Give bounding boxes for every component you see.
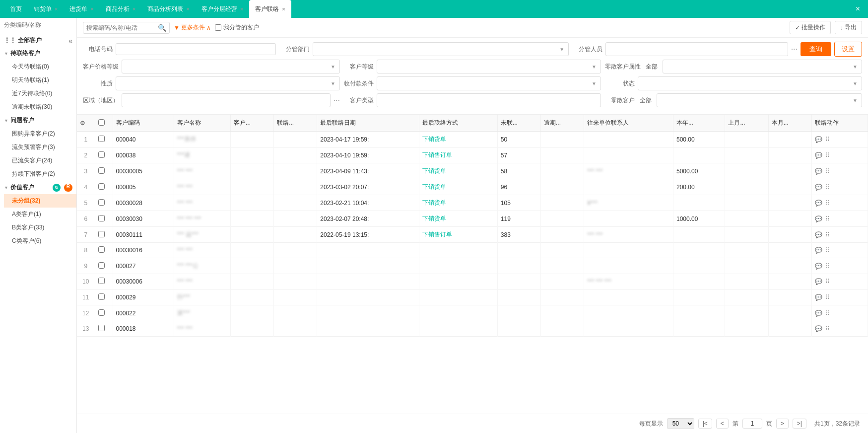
customer-name[interactable]: *** *** <box>174 163 230 179</box>
row-select-checkbox[interactable] <box>98 309 105 316</box>
row-select-checkbox[interactable] <box>98 325 105 331</box>
payment-select[interactable]: ▼ <box>377 76 601 90</box>
more-action-icon[interactable]: ⠿ <box>825 231 830 238</box>
customer-name[interactable]: *** ***公 <box>174 258 230 274</box>
sidebar-item-c-class[interactable]: C类客户(6) <box>4 234 76 248</box>
sidebar-item-ungrouped[interactable]: 未分组(32) <box>4 194 76 208</box>
export-btn[interactable]: ↓ 导出 <box>835 21 862 34</box>
search-icon[interactable]: 🔍 <box>158 24 166 32</box>
close-window-icon[interactable]: × <box>852 4 864 13</box>
nature-select[interactable]: ▼ <box>116 76 340 90</box>
settings-icon[interactable]: ⚙ <box>80 120 85 127</box>
status-select[interactable]: ▼ <box>638 76 862 90</box>
contact-action-icon[interactable]: 💬 <box>815 294 822 301</box>
last-contact-method[interactable]: 下销货单 <box>419 179 498 195</box>
row-checkbox[interactable] <box>95 274 113 289</box>
sidebar-item-a-class[interactable]: A类客户(1) <box>4 208 76 221</box>
customer-name[interactable]: *** 远*** <box>174 227 230 243</box>
my-customers-checkbox[interactable]: 我分管的客户 <box>215 23 259 32</box>
more-icon[interactable]: ··· <box>334 96 340 105</box>
sidebar-item-churn-warning[interactable]: 流失预警客户(3) <box>4 141 76 154</box>
contact-action-icon[interactable]: 💬 <box>815 310 822 317</box>
more-action-icon[interactable]: ⠿ <box>825 294 830 301</box>
dept-select[interactable]: ▼ <box>313 42 569 56</box>
sidebar-item-b-class[interactable]: B类客户(33) <box>4 221 76 234</box>
more-action-icon[interactable]: ⠿ <box>825 200 830 207</box>
last-contact-method[interactable]: 下销货单 <box>419 211 498 227</box>
tab-product-analysis[interactable]: 商品分析 × <box>100 0 141 18</box>
tab-sales-order[interactable]: 销货单 × <box>28 0 64 18</box>
sidebar-item-today[interactable]: 今天待联络(0) <box>4 60 76 73</box>
more-conditions-btn[interactable]: ▼ 更多条件 ∧ <box>174 23 211 32</box>
my-customers-check[interactable] <box>215 24 221 31</box>
select-all-checkbox[interactable] <box>98 119 105 126</box>
row-select-checkbox[interactable] <box>98 246 105 253</box>
last-contact-method[interactable] <box>419 258 498 274</box>
last-contact-method[interactable] <box>419 289 498 305</box>
refresh-icon[interactable]: ↻ <box>53 184 61 192</box>
price-level-select[interactable]: ▼ <box>122 60 340 73</box>
tab-home[interactable]: 首页 <box>4 0 28 18</box>
contact-action-icon[interactable]: 💬 <box>815 200 822 207</box>
row-checkbox[interactable] <box>95 258 113 274</box>
row-select-checkbox[interactable] <box>98 231 105 237</box>
more-icon[interactable]: ··· <box>791 45 798 54</box>
last-contact-method[interactable] <box>419 243 498 258</box>
more-action-icon[interactable]: ⠿ <box>825 168 830 175</box>
row-select-checkbox[interactable] <box>98 262 105 269</box>
customer-level-select[interactable]: ▼ <box>377 60 601 73</box>
prev-page-btn[interactable]: < <box>716 419 729 429</box>
first-page-btn[interactable]: |< <box>698 419 712 429</box>
last-contact-method[interactable]: 下销货单 <box>419 195 498 211</box>
sidebar-item-abnormal[interactable]: 囤购异常客户(2) <box>4 127 76 141</box>
row-select-checkbox[interactable] <box>98 167 105 174</box>
customer-name[interactable]: ***请 <box>174 147 230 163</box>
row-checkbox[interactable] <box>95 195 113 211</box>
last-contact-method[interactable]: 下销售订单 <box>419 227 498 243</box>
col-this-year[interactable]: 本年... <box>673 115 725 132</box>
row-checkbox[interactable] <box>95 163 113 179</box>
last-contact-method[interactable]: 下销售订单 <box>419 147 498 163</box>
customer-name[interactable]: *** *** <box>174 179 230 195</box>
contact-action-icon[interactable]: 💬 <box>815 216 822 222</box>
person-select[interactable] <box>605 42 788 56</box>
contact-method-link[interactable]: 下销售订单 <box>422 151 452 158</box>
sidebar-item-tomorrow[interactable]: 明天待联络(1) <box>4 73 76 87</box>
col-last-date[interactable]: 最后联络日期 <box>317 115 419 132</box>
close-icon[interactable]: × <box>186 6 189 12</box>
phone-input[interactable] <box>116 43 276 55</box>
sidebar-item-7days[interactable]: 近7天待联络(0) <box>4 87 76 100</box>
all-customers-header[interactable]: ⋮⋮全部客户 « <box>0 32 76 47</box>
row-select-checkbox[interactable] <box>98 293 105 300</box>
more-action-icon[interactable]: ⠿ <box>825 278 830 285</box>
main-search-input[interactable] <box>86 24 156 31</box>
batch-operations-btn[interactable]: ✓ 批量操作 <box>790 21 831 34</box>
customer-name[interactable]: 派*** <box>174 305 230 321</box>
more-action-icon[interactable]: ⠿ <box>825 136 830 143</box>
collapse-icon[interactable]: « <box>68 37 72 45</box>
contact-method-link[interactable]: 下销售订单 <box>422 231 452 238</box>
tab-customer-contact[interactable]: 客户联络 × <box>249 0 291 18</box>
row-checkbox[interactable] <box>95 305 113 321</box>
close-icon[interactable]: × <box>133 6 135 12</box>
more-action-icon[interactable]: ⠿ <box>825 263 830 270</box>
contact-action-icon[interactable]: 💬 <box>815 152 822 159</box>
tab-customer-tiered[interactable]: 客户分层经营 × <box>196 0 249 18</box>
sidebar-item-declining[interactable]: 持续下滑客户(2) <box>4 167 76 181</box>
sidebar-item-overdue[interactable]: 逾期未联络(30) <box>4 100 76 114</box>
more-action-icon[interactable]: ⠿ <box>825 152 830 159</box>
category-search-input[interactable] <box>4 21 77 28</box>
tab-purchase-order[interactable]: 进货单 × <box>64 0 99 18</box>
more-action-icon[interactable]: ⠿ <box>825 310 830 317</box>
row-checkbox[interactable] <box>95 211 113 227</box>
col-overdue[interactable]: 逾期... <box>540 115 584 132</box>
page-number-input[interactable] <box>742 419 762 429</box>
customer-name[interactable]: 扑*** <box>174 289 230 305</box>
close-icon[interactable]: × <box>55 6 58 12</box>
customer-name[interactable]: *** *** <box>174 321 230 337</box>
last-contact-method[interactable] <box>419 321 498 337</box>
query-btn[interactable]: 查询 <box>801 42 831 56</box>
problem-customers-group[interactable]: ▼ 问题客户 <box>0 114 76 127</box>
row-select-checkbox[interactable] <box>98 199 105 206</box>
row-checkbox[interactable] <box>95 132 113 147</box>
